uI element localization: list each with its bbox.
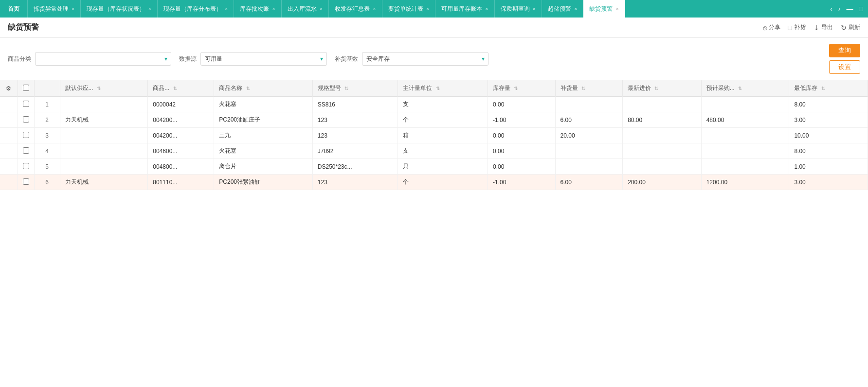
th-latest-price-label: 最新进价 <box>628 85 651 91</box>
page-container: 缺货预警 ⎋ 分享 □ 补货 ⤓ 导出 ↻ 刷新 商品分类 <box>0 18 868 387</box>
td-minstock-3: 8.00 <box>789 143 868 159</box>
th-product-name[interactable]: 商品名称 ⇅ <box>214 80 312 97</box>
tab-inventory-dist-close[interactable]: × <box>225 6 228 12</box>
refresh-button[interactable]: ↻ 刷新 <box>841 23 860 32</box>
datasource-filter-group: 数据源 可用量 <box>179 52 327 66</box>
th-latest-price[interactable]: 最新进价 ⇅ <box>623 80 702 97</box>
tab-demand-stats-close[interactable]: × <box>426 6 429 12</box>
tab-abnormal-close[interactable]: × <box>72 6 74 12</box>
td-est-0 <box>701 97 789 112</box>
table-row[interactable]: 1 0000042 火花塞 SS816 支 0.00 8.00 <box>0 97 868 112</box>
th-spec[interactable]: 规格型号 ⇅ <box>312 80 398 97</box>
td-supplier-1: 力天机械 <box>60 112 148 128</box>
td-checkbox-3[interactable] <box>18 143 34 159</box>
th-unit[interactable]: 主计量单位 ⇅ <box>398 80 488 97</box>
tab-demand-stats[interactable]: 要货单统计表 × <box>382 0 435 18</box>
td-checkbox-4[interactable] <box>18 159 34 175</box>
th-replenish-qty-label: 补货量 <box>561 85 578 91</box>
replenish-base-select[interactable]: 安全库存 <box>362 52 488 66</box>
row-checkbox-5[interactable] <box>23 178 29 185</box>
tab-prev-button[interactable]: ‹ <box>827 3 835 15</box>
table-row[interactable]: 2 力天机械 004200... PC200油缸庄子 123 个 -1.00 6… <box>0 112 868 128</box>
category-filter-group: 商品分类 <box>8 52 171 66</box>
th-min-stock-label: 最低库存 <box>794 85 817 91</box>
tab-next-button[interactable]: › <box>835 3 844 15</box>
tab-batch-account-close[interactable]: × <box>272 6 275 12</box>
tab-available-ledger-close[interactable]: × <box>485 6 488 12</box>
tab-inventory-status-close[interactable]: × <box>148 6 151 12</box>
tab-shortage[interactable]: 缺货预警 × <box>583 0 625 18</box>
td-est-2 <box>701 128 789 143</box>
th-stock[interactable]: 库存量 ⇅ <box>488 80 556 97</box>
th-default-supplier-label: 默认供应... <box>65 85 93 91</box>
tab-inventory-dist[interactable]: 现存量（库存分布表） × <box>158 0 234 18</box>
window-maximize-button[interactable]: □ <box>856 3 866 15</box>
replenish-icon: □ <box>788 24 792 32</box>
tab-inout-flow-close[interactable]: × <box>320 6 323 12</box>
td-price-1: 80.00 <box>623 112 702 128</box>
tab-receivable-summary-close[interactable]: × <box>373 6 376 12</box>
td-price-5: 200.00 <box>623 175 702 190</box>
td-checkbox-2[interactable] <box>18 128 34 143</box>
row-checkbox-3[interactable] <box>23 147 29 154</box>
table-row[interactable]: 6 力天机械 801110... PC200张紧油缸 123 个 -1.00 6… <box>0 175 868 190</box>
row-checkbox-1[interactable] <box>23 116 29 123</box>
tab-inout-flow[interactable]: 出入库流水 × <box>282 0 329 18</box>
tab-home[interactable]: 首页 <box>0 0 28 18</box>
row-checkbox-2[interactable] <box>23 132 29 138</box>
th-est-purchase[interactable]: 预计采购... ⇅ <box>701 80 789 97</box>
tab-shortage-close[interactable]: × <box>615 6 618 12</box>
th-default-supplier[interactable]: 默认供应... ⇅ <box>60 80 148 97</box>
table-row[interactable]: 3 004200... 三九 123 箱 0.00 20.00 10.00 <box>0 128 868 143</box>
td-est-1: 480.00 <box>701 112 789 128</box>
td-est-5: 1200.00 <box>701 175 789 190</box>
row-checkbox-0[interactable] <box>23 101 29 107</box>
select-all-checkbox[interactable] <box>23 85 29 91</box>
tab-expiry-query[interactable]: 保质期查询 × <box>495 0 542 18</box>
tab-receivable-summary[interactable]: 收发存汇总表 × <box>329 0 382 18</box>
tab-overstock[interactable]: 超储预警 × <box>542 0 583 18</box>
tab-inventory-status[interactable]: 现存量（库存状况表） × <box>81 0 157 18</box>
tab-abnormal[interactable]: 拣货异常处理 × <box>28 0 81 18</box>
sort-name-icon: ⇅ <box>246 86 250 91</box>
window-minimize-button[interactable]: — <box>844 3 856 15</box>
td-est-3 <box>701 143 789 159</box>
td-supplier-3 <box>60 143 148 159</box>
th-product-code[interactable]: 商品... ⇅ <box>148 80 214 97</box>
tab-expiry-query-close[interactable]: × <box>533 6 536 12</box>
tab-overstock-close[interactable]: × <box>574 6 577 12</box>
td-spec-0: SS816 <box>312 97 398 112</box>
td-rownum-2: 3 <box>34 128 60 143</box>
share-button[interactable]: ⎋ 分享 <box>763 23 780 32</box>
table-row[interactable]: 5 004800... 离合片 DS250*23c... 只 0.00 1.00 <box>0 159 868 175</box>
refresh-icon: ↻ <box>841 24 847 32</box>
td-settings-4 <box>0 159 18 175</box>
td-code-2: 004200... <box>148 128 214 143</box>
replenish-button[interactable]: □ 补货 <box>788 23 806 32</box>
sort-spec-icon: ⇅ <box>344 86 348 91</box>
th-settings[interactable]: ⚙ <box>0 80 18 97</box>
td-checkbox-5[interactable] <box>18 175 34 190</box>
datasource-select[interactable]: 可用量 <box>200 52 327 66</box>
td-checkbox-0[interactable] <box>18 97 34 112</box>
td-unit-1: 个 <box>398 112 488 128</box>
td-est-4 <box>701 159 789 175</box>
tab-batch-account[interactable]: 库存批次账 × <box>234 0 281 18</box>
data-table: ⚙ 默认供应... ⇅ 商品... ⇅ 商品名称 ⇅ <box>0 80 868 190</box>
refresh-label: 刷新 <box>849 23 860 32</box>
td-replenish-1: 6.00 <box>555 112 623 128</box>
td-checkbox-1[interactable] <box>18 112 34 128</box>
th-replenish-qty[interactable]: 补货量 ⇅ <box>555 80 623 97</box>
tab-available-ledger[interactable]: 可用量库存账本 × <box>435 0 494 18</box>
sort-min-icon: ⇅ <box>821 86 825 91</box>
table-row[interactable]: 4 004600... 火花塞 J7092 支 0.00 8.00 <box>0 143 868 159</box>
td-unit-0: 支 <box>398 97 488 112</box>
td-minstock-1: 3.00 <box>789 112 868 128</box>
category-select[interactable] <box>35 52 171 66</box>
tab-inout-flow-label: 出入库流水 <box>288 5 317 13</box>
query-button[interactable]: 查询 <box>829 44 860 57</box>
th-min-stock[interactable]: 最低库存 ⇅ <box>789 80 868 97</box>
settings-button[interactable]: 设置 <box>829 60 860 74</box>
row-checkbox-4[interactable] <box>23 163 29 169</box>
export-button[interactable]: ⤓ 导出 <box>814 23 833 32</box>
